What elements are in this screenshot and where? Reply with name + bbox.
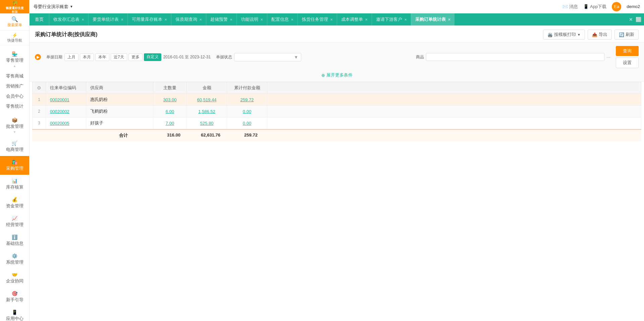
tab-receivables[interactable]: 收发存汇总表 ✕	[49, 13, 88, 25]
tab-purchase-summary[interactable]: 采购订单统计表 ✕	[411, 13, 454, 25]
refresh-button[interactable]: 🔄 刷新	[614, 30, 639, 40]
sidebar-item-newbie[interactable]: 🎯 新手引导	[0, 287, 29, 306]
goods-search-input[interactable]	[426, 53, 604, 61]
expand-more-button[interactable]: ⊕ 展开更多条件	[321, 72, 353, 78]
date-option-this-month[interactable]: 本月	[80, 53, 94, 61]
tabbar-maximize-btn[interactable]: ⬜	[636, 17, 641, 22]
tab-receivables-close[interactable]: ✕	[82, 18, 84, 21]
tab-quality-inquiry-close[interactable]: ✕	[199, 18, 202, 21]
tab-overstock-warning[interactable]: 超储预警 ✕	[206, 13, 236, 25]
sidebar-item-basic-info[interactable]: ℹ️ 基础信息	[0, 231, 29, 250]
sidebar-item-retail-mgmt[interactable]: 🏪 零售管理 ▲	[0, 48, 29, 71]
tab-purchase-order-close[interactable]: ✕	[121, 18, 123, 21]
date-option-prev-month[interactable]: 上月	[64, 53, 78, 61]
paid-link-0[interactable]: 259.72	[240, 97, 254, 102]
table-header-row: ⚙ 往来单位编码 供应商 主数量	[33, 82, 641, 94]
date-option-7days[interactable]: 近7天	[111, 53, 127, 61]
main-content: 母婴行业演示账套 ▼ ✉️ 消息 📱 App下载 Ea demo2 首页 收发存…	[30, 0, 644, 321]
sidebar-item-enterprise-collab[interactable]: 🤝 企业协同	[0, 269, 29, 287]
sidebar-item-ecommerce[interactable]: 🛒 电商管理	[0, 137, 29, 156]
message-button[interactable]: ✉️ 消息	[562, 4, 578, 10]
sidebar-item-retail-stats[interactable]: 零售统计	[0, 101, 29, 111]
status-filter-label: 单据状态	[216, 54, 232, 60]
amount-link-1[interactable]: 1,586.52	[198, 109, 215, 114]
cell-paid-1[interactable]: 0.00	[227, 106, 267, 117]
tab-invite-customer[interactable]: 邀请下游客户 ✕	[372, 13, 411, 25]
app-download-button[interactable]: 📱 App下载	[583, 4, 606, 10]
tab-function-desc[interactable]: 功能说明 ✕	[236, 13, 267, 25]
date-tag-custom[interactable]: 自定义	[144, 53, 161, 61]
cell-paid-0[interactable]: 259.72	[227, 94, 267, 106]
sidebar-item-wholesale[interactable]: 📦 批发管理 ▼	[0, 114, 29, 137]
date-filter-label: 单据日期	[46, 54, 62, 60]
cell-extra-2	[267, 117, 641, 129]
table-row[interactable]: 3 00020005 好孩子 7.00 525.80 0.00	[33, 117, 641, 129]
amount-link-2[interactable]: 525.80	[200, 121, 214, 126]
cell-amount-1[interactable]: 1,586.52	[187, 106, 227, 117]
tab-cost-adjust-close[interactable]: ✕	[365, 18, 368, 21]
column-settings-icon[interactable]: ⚙	[37, 85, 41, 91]
tab-invite-customer-close[interactable]: ✕	[404, 18, 407, 21]
query-button[interactable]: 查询	[616, 46, 639, 56]
tab-cost-adjust[interactable]: 成本调整单 ✕	[337, 13, 372, 25]
sidebar-item-operations[interactable]: 📈 经营管理	[0, 212, 29, 231]
filter-expand-toggle[interactable]: ▶	[35, 54, 41, 60]
sidebar-item-appcenter[interactable]: 📱 应用中心	[0, 306, 29, 321]
export-button[interactable]: 📤 导出	[588, 30, 612, 40]
cell-amount-2[interactable]: 525.80	[187, 117, 227, 129]
tab-purchase-summary-close[interactable]: ✕	[448, 18, 450, 21]
cell-code-1[interactable]: 00020002	[46, 106, 86, 117]
amount-link-0[interactable]: 60,519.44	[197, 97, 217, 102]
tab-quality-inquiry[interactable]: 保质期查询 ✕	[171, 13, 206, 25]
cell-code-2[interactable]: 00020005	[46, 117, 86, 129]
tab-purchase-summary-label: 采购订单统计表	[415, 16, 446, 22]
sidebar-item-search[interactable]: 🔍 搜索菜单	[0, 13, 29, 31]
print-button[interactable]: 🖨️ 按模板打印 ▼	[543, 30, 585, 40]
sidebar-item-quicknav[interactable]: ⚡ 快捷导航	[0, 31, 29, 45]
code-link-2[interactable]: 00020005	[50, 121, 69, 126]
paid-link-2[interactable]: 0.00	[243, 121, 251, 126]
tab-pick-task-close[interactable]: ✕	[330, 18, 333, 21]
table-row[interactable]: 2 00020002 飞鹤奶粉 6.00 1,586.52 0.00	[33, 106, 641, 117]
cell-qty-2[interactable]: 7.00	[153, 117, 187, 129]
tab-pick-task[interactable]: 拣货任务管理 ✕	[298, 13, 337, 25]
wholesale-arrow: ▼	[13, 130, 16, 134]
tab-function-desc-close[interactable]: ✕	[260, 18, 263, 21]
sidebar-item-inventory[interactable]: 📊 库存核算	[0, 175, 29, 194]
sidebar-item-system[interactable]: ⚙️ 系统管理	[0, 250, 29, 269]
tab-home[interactable]: 首页	[30, 13, 49, 25]
goods-more-icon[interactable]: ···	[606, 54, 610, 60]
tab-config[interactable]: 配置信息 ✕	[267, 13, 298, 25]
date-option-more[interactable]: 更多	[128, 53, 143, 61]
cell-qty-0[interactable]: 303.00	[153, 94, 187, 106]
qty-link-0[interactable]: 303.00	[163, 97, 177, 102]
username-label[interactable]: demo2	[627, 4, 640, 9]
table-row[interactable]: 1 00020001 惠氏奶粉 303.00 60,519.44 259.72	[33, 94, 641, 106]
sidebar-item-member[interactable]: 会员中心	[0, 91, 29, 101]
sidebar-item-marketing[interactable]: 营销推广	[0, 81, 29, 91]
tab-purchase-order[interactable]: 要货单统计表 ✕	[88, 13, 127, 25]
status-select[interactable]: ▼	[234, 53, 301, 61]
footer-amount: 62,631.76	[191, 132, 231, 139]
tab-config-close[interactable]: ✕	[291, 18, 293, 21]
code-link-0[interactable]: 00020001	[50, 97, 69, 102]
cell-paid-2[interactable]: 0.00	[227, 117, 267, 129]
qty-link-1[interactable]: 6.00	[166, 109, 174, 114]
tab-available-stock-close[interactable]: ✕	[164, 18, 167, 21]
tab-available-stock[interactable]: 可用量库存账本 ✕	[127, 13, 171, 25]
tabbar-close-btn[interactable]: ✕	[629, 17, 633, 22]
qty-link-2[interactable]: 7.00	[166, 121, 174, 126]
date-option-this-year[interactable]: 本年	[95, 53, 109, 61]
workspace-selector[interactable]: 母婴行业演示账套 ▼	[34, 4, 73, 10]
paid-link-1[interactable]: 0.00	[243, 109, 251, 114]
cell-amount-0[interactable]: 60,519.44	[187, 94, 227, 106]
purchase-label: 采购管理	[6, 165, 23, 171]
code-link-1[interactable]: 00020002	[50, 109, 69, 114]
sidebar-item-retail-store[interactable]: 零售商城	[0, 71, 29, 81]
sidebar-item-finance[interactable]: 💰 资金管理	[0, 194, 29, 212]
tab-overstock-warning-close[interactable]: ✕	[230, 18, 232, 21]
sidebar-item-purchase[interactable]: 🛍️ 采购管理	[0, 156, 29, 175]
cell-code-0[interactable]: 00020001	[46, 94, 86, 106]
cell-qty-1[interactable]: 6.00	[153, 106, 187, 117]
setting-button[interactable]: 设置	[616, 57, 639, 68]
